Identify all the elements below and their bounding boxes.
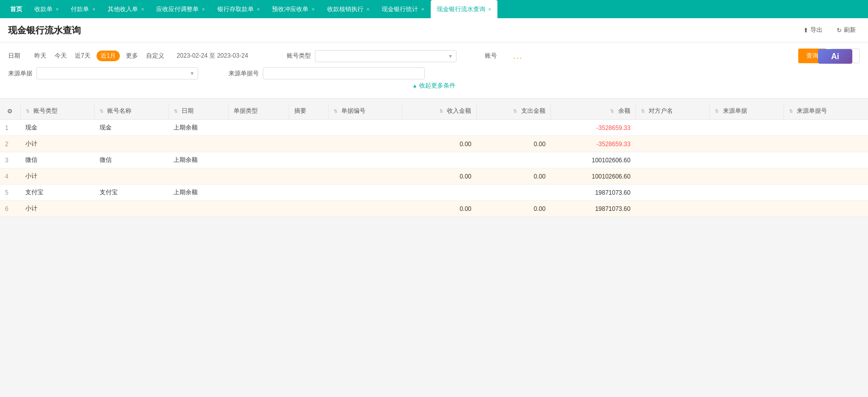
cell-source-doc-no xyxy=(784,136,868,152)
cell-income: 0.00 xyxy=(402,168,477,185)
col-doc-type[interactable]: 单据类型 xyxy=(228,103,289,120)
date-more[interactable]: 更多 xyxy=(124,51,140,61)
col-account-type[interactable]: ⇅ 账号类型 xyxy=(20,103,95,120)
date-1month[interactable]: 近1月 xyxy=(97,51,120,61)
chevron-up-icon: ▲ xyxy=(413,83,418,89)
cell-expense: 0.00 xyxy=(477,136,551,152)
close-verify-icon[interactable]: × xyxy=(367,6,370,12)
col-counterparty[interactable]: ⇅ 对方户名 xyxy=(635,103,710,120)
collapse-bar[interactable]: ▲ 收起更多条件 xyxy=(8,79,860,92)
nav-other-income[interactable]: 其他收入单 × xyxy=(102,0,150,18)
col-gear[interactable]: ⚙ xyxy=(0,103,20,120)
nav-cash-bank-flow[interactable]: 现金银行流水查询 × xyxy=(431,0,497,18)
page-header: 现金银行流水查询 ⬆ 导出 ↻ 刷新 xyxy=(0,18,868,42)
account-label: 账号 xyxy=(485,52,505,60)
close-flow-icon[interactable]: × xyxy=(488,6,491,12)
close-stat-icon[interactable]: × xyxy=(421,6,424,12)
cell-summary xyxy=(289,168,328,185)
cell-source-doc xyxy=(710,120,784,136)
cell-source-doc xyxy=(710,185,784,201)
cell-doc-type xyxy=(228,185,289,201)
cell-account-name xyxy=(95,136,169,152)
refresh-button[interactable]: ↻ 刷新 xyxy=(833,24,860,36)
cell-balance: -3528659.33 xyxy=(551,120,635,136)
col-balance[interactable]: ⇅ 余额 xyxy=(551,103,635,120)
table-row: 3 微信 微信 上期余额 100102606.60 xyxy=(0,152,868,168)
cell-summary xyxy=(289,136,328,152)
nav-ar-ap-adjust[interactable]: 应收应付调整单 × xyxy=(150,0,211,18)
cell-expense xyxy=(477,152,551,168)
cell-account-type: 小计 xyxy=(20,201,95,217)
cell-doc-type xyxy=(228,120,289,136)
account-dots-button[interactable]: ... xyxy=(513,52,523,61)
col-expense[interactable]: ⇅ 支出金额 xyxy=(477,103,551,120)
close-bank-deposit-icon[interactable]: × xyxy=(257,6,260,12)
close-prepay-icon[interactable]: × xyxy=(311,6,314,12)
col-source-doc-no[interactable]: ⇅ 来源单据号 xyxy=(784,103,868,120)
cell-balance: 19871073.60 xyxy=(551,185,635,201)
account-type-chevron-icon: ▾ xyxy=(449,53,452,60)
cell-income xyxy=(402,120,477,136)
table-row: 1 现金 现金 上期余额 -3528659.33 xyxy=(0,120,868,136)
sort-account-name-icon: ⇅ xyxy=(100,109,104,114)
col-income[interactable]: ⇅ 收入金额 xyxy=(402,103,477,120)
cell-income: 0.00 xyxy=(402,136,477,152)
nav-prepay-offset[interactable]: 预收冲应收单 × xyxy=(266,0,321,18)
sort-balance-icon: ⇅ xyxy=(610,109,614,114)
cell-source-doc xyxy=(710,168,784,185)
nav-home[interactable]: 首页 xyxy=(4,0,28,18)
sort-expense-icon: ⇅ xyxy=(513,109,517,114)
col-doc-no[interactable]: ⇅ 单据编号 xyxy=(328,103,402,120)
close-receipt-icon[interactable]: × xyxy=(56,6,59,12)
header-actions: ⬆ 导出 ↻ 刷新 xyxy=(799,24,860,36)
nav-bank-deposit[interactable]: 银行存取款单 × xyxy=(211,0,266,18)
cell-doc-no xyxy=(328,136,402,152)
nav-receipt-verify[interactable]: 收款核销执行 × xyxy=(321,0,376,18)
export-button[interactable]: ⬆ 导出 xyxy=(799,24,827,36)
row-num: 2 xyxy=(0,136,20,152)
refresh-icon: ↻ xyxy=(837,27,842,34)
cell-doc-no xyxy=(328,185,402,201)
date-today[interactable]: 今天 xyxy=(53,51,69,61)
date-yesterday[interactable]: 昨天 xyxy=(32,51,49,61)
col-date[interactable]: ⇅ 日期 xyxy=(168,103,228,120)
col-summary[interactable]: 摘要 xyxy=(289,103,328,120)
source-doc-no-label: 来源单据号 xyxy=(229,69,259,78)
cell-account-type: 小计 xyxy=(20,136,95,152)
cell-account-type: 微信 xyxy=(20,152,95,168)
col-source-doc[interactable]: ⇅ 来源单据 xyxy=(710,103,784,120)
cell-expense: 0.00 xyxy=(477,201,551,217)
date-custom[interactable]: 自定义 xyxy=(144,51,166,61)
cell-date xyxy=(168,168,228,185)
cell-balance: -3528659.33 xyxy=(551,136,635,152)
data-table-container: ⚙ ⇅ 账号类型 ⇅ 账号名称 ⇅ 日期 单据类型 摘要 xyxy=(0,103,868,217)
cell-account-name xyxy=(95,168,169,185)
account-type-select[interactable]: ▾ xyxy=(315,50,456,62)
close-ar-ap-icon[interactable]: × xyxy=(202,6,205,12)
cell-account-name: 现金 xyxy=(95,120,169,136)
source-doc-select[interactable]: ▾ xyxy=(36,67,198,79)
date-7days[interactable]: 近7天 xyxy=(73,51,93,61)
table-body: 1 现金 现金 上期余额 -3528659.33 2 小计 0.00 0.00 … xyxy=(0,120,868,217)
source-doc-no-input[interactable] xyxy=(263,67,425,79)
sort-income-icon: ⇅ xyxy=(439,109,443,114)
cell-summary xyxy=(289,120,328,136)
cell-source-doc-no xyxy=(784,201,868,217)
cell-income xyxy=(402,152,477,168)
close-payment-icon[interactable]: × xyxy=(92,6,95,12)
ai-badge[interactable]: Ai xyxy=(818,49,852,64)
nav-cash-bank-stat[interactable]: 现金银行统计 × xyxy=(376,0,430,18)
source-doc-no-filter-group: 来源单据号 xyxy=(229,67,425,79)
nav-payment[interactable]: 付款单 × xyxy=(65,0,101,18)
row-num: 5 xyxy=(0,185,20,201)
close-other-income-icon[interactable]: × xyxy=(141,6,144,12)
cell-account-name xyxy=(95,201,169,217)
col-account-name[interactable]: ⇅ 账号名称 xyxy=(95,103,169,120)
table-row: 2 小计 0.00 0.00 -3528659.33 xyxy=(0,136,868,152)
cell-date xyxy=(168,201,228,217)
cell-doc-type xyxy=(228,152,289,168)
row-num: 3 xyxy=(0,152,20,168)
table-header-row: ⚙ ⇅ 账号类型 ⇅ 账号名称 ⇅ 日期 单据类型 摘要 xyxy=(0,103,868,120)
nav-receipt[interactable]: 收款单 × xyxy=(28,0,65,18)
table-row: 6 小计 0.00 0.00 19871073.60 xyxy=(0,201,868,217)
